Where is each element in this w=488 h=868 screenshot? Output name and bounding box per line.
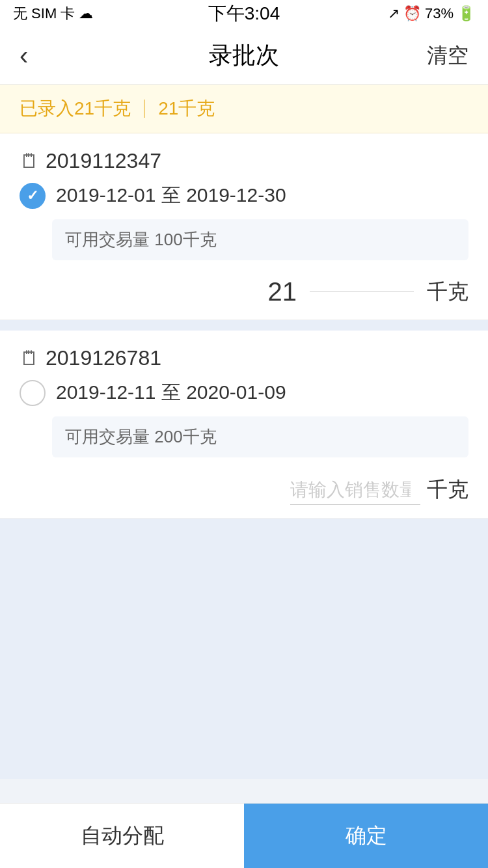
batch-2-header: 🗒 2019126781 (0, 331, 488, 377)
batch-card-2: 🗒 2019126781 2019-12-11 至 2020-01-09 可用交… (0, 331, 488, 519)
batch-2-radio[interactable] (20, 380, 46, 406)
alarm-icon: ⏰ (403, 5, 421, 22)
batch-2-date-row: 2019-12-11 至 2020-01-09 (0, 377, 488, 413)
batch-1-date: 2019-12-01 至 2019-12-30 (56, 182, 286, 209)
batch-2-icon: 🗒 (20, 347, 39, 370)
confirm-button[interactable]: 确定 (244, 804, 488, 868)
status-time: 下午3:04 (208, 1, 280, 26)
batch-2-date: 2019-12-11 至 2020-01-09 (56, 379, 286, 406)
card-separator-1 (0, 320, 488, 331)
bottom-bar: 自动分配 确定 (0, 803, 488, 868)
summary-banner: 已录入21千克 21千克 (0, 85, 488, 133)
battery-text: 73% (425, 5, 454, 22)
batch-1-date-row: 2019-12-01 至 2019-12-30 (0, 180, 488, 215)
back-button[interactable]: ‹ (20, 41, 28, 70)
batch-1-number: 2019112347 (46, 149, 161, 173)
batch-2-qty-input[interactable] (290, 474, 420, 505)
batch-2-unit: 千克 (427, 476, 468, 504)
batch-1-input-row: 21 千克 (0, 271, 488, 320)
batch-1-qty-value: 21 (268, 277, 297, 306)
no-sim-text: 无 SIM 卡 ☁ (13, 4, 93, 23)
batch-1-radio[interactable] (20, 183, 46, 209)
summary-divider (144, 100, 145, 118)
batch-2-input-row: 千克 (0, 468, 488, 519)
empty-area (0, 519, 488, 779)
status-right: ↗ ⏰ 73% 🔋 (388, 5, 475, 22)
summary-value: 21千克 (158, 96, 215, 121)
location-icon: ↗ (388, 5, 400, 22)
batch-2-qty-row: 可用交易量 200千克 (52, 416, 468, 457)
batch-1-qty-row: 可用交易量 100千克 (52, 219, 468, 260)
batch-card-1: 🗒 2019112347 2019-12-01 至 2019-12-30 可用交… (0, 133, 488, 320)
batch-2-available: 可用交易量 200千克 (65, 427, 217, 446)
clear-button[interactable]: 清空 (427, 42, 468, 70)
status-left: 无 SIM 卡 ☁ (13, 4, 93, 23)
status-bar: 无 SIM 卡 ☁ 下午3:04 ↗ ⏰ 73% 🔋 (0, 0, 488, 27)
nav-bar: ‹ 录批次 清空 (0, 27, 488, 85)
batch-1-icon: 🗒 (20, 150, 39, 172)
auto-distribute-button[interactable]: 自动分配 (0, 804, 244, 868)
batch-1-available: 可用交易量 100千克 (65, 230, 217, 249)
summary-recorded-label: 已录入21千克 (20, 96, 131, 121)
batch-1-header: 🗒 2019112347 (0, 133, 488, 180)
batch-2-number: 2019126781 (46, 346, 161, 370)
batch-1-unit: 千克 (427, 278, 468, 306)
battery-icon: 🔋 (457, 5, 475, 22)
page-title: 录批次 (209, 40, 279, 72)
